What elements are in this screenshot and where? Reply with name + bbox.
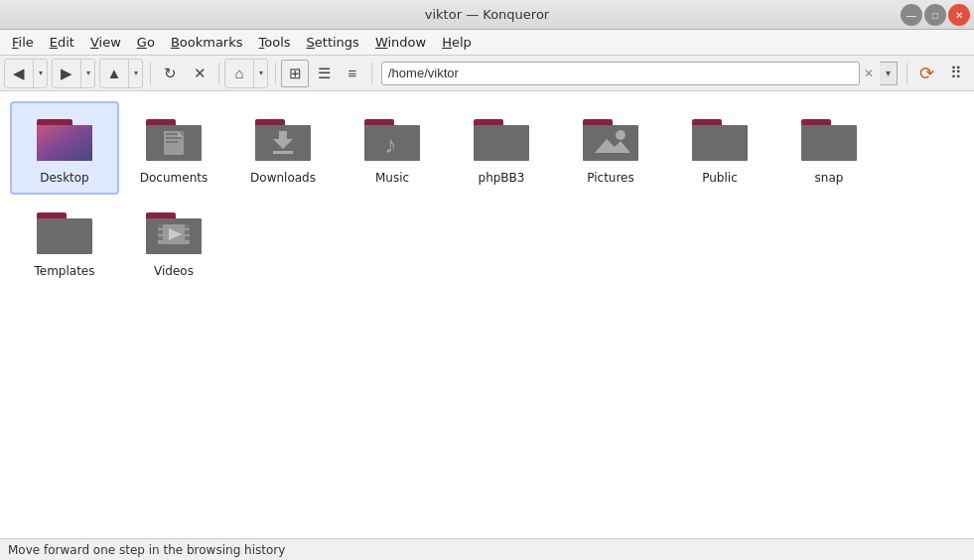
file-label-documents: Documents bbox=[140, 171, 208, 185]
statusbar: Move forward one step in the browsing hi… bbox=[0, 538, 974, 560]
status-text: Move forward one step in the browsing hi… bbox=[8, 543, 285, 557]
file-item-phpbb3[interactable]: phpBB3 bbox=[447, 101, 556, 195]
menu-tools[interactable]: Tools bbox=[251, 32, 299, 53]
svg-rect-7 bbox=[166, 137, 182, 139]
separator-2 bbox=[218, 63, 219, 84]
window-controls: — □ ✕ bbox=[901, 4, 970, 26]
separator-4 bbox=[371, 63, 372, 84]
view-list-button[interactable]: ☰ bbox=[310, 60, 338, 87]
view-details-button[interactable]: ≡ bbox=[339, 60, 366, 87]
menu-settings[interactable]: Settings bbox=[299, 32, 367, 53]
svg-text:♪: ♪ bbox=[384, 132, 396, 158]
reload-button[interactable]: ↻ bbox=[156, 60, 184, 87]
toolbar: ◀ ▾ ▶ ▾ ▲ ▾ ↻ ✕ ⌂ ▾ ⊞ ☰ ≡ ✕ ▾ ⟳ ⠿ bbox=[0, 56, 974, 91]
separator-3 bbox=[275, 63, 276, 84]
svg-rect-34 bbox=[158, 230, 163, 234]
back-group: ◀ ▾ bbox=[4, 59, 48, 88]
titlebar: viktor — Konqueror — □ ✕ bbox=[0, 0, 974, 30]
view-icons-button[interactable]: ⊞ bbox=[281, 60, 309, 87]
file-label-downloads: Downloads bbox=[250, 171, 316, 185]
file-label-phpbb3: phpBB3 bbox=[479, 171, 525, 185]
view-buttons: ⊞ ☰ ≡ bbox=[281, 60, 366, 87]
menubar: File Edit View Go Bookmarks Tools Settin… bbox=[0, 30, 974, 56]
file-label-public: Public bbox=[702, 171, 738, 185]
back-button[interactable]: ◀ bbox=[5, 60, 33, 87]
folder-icon-videos bbox=[142, 205, 206, 260]
folder-icon-downloads bbox=[251, 111, 315, 167]
bookmarks-toggle-button[interactable]: ⟳ bbox=[912, 60, 940, 87]
maximize-button[interactable]: □ bbox=[924, 4, 946, 26]
home-dropdown[interactable]: ▾ bbox=[253, 60, 267, 87]
svg-rect-35 bbox=[158, 236, 163, 240]
forward-button[interactable]: ▶ bbox=[53, 60, 80, 87]
svg-rect-19 bbox=[474, 125, 529, 161]
folder-icon-desktop bbox=[33, 111, 96, 167]
file-item-music[interactable]: ♪ Music bbox=[338, 101, 447, 195]
stop-button[interactable]: ✕ bbox=[186, 60, 213, 87]
menu-help[interactable]: Help bbox=[434, 32, 480, 53]
folder-icon-templates bbox=[33, 205, 96, 260]
file-grid: Desktop Documents bbox=[10, 101, 964, 289]
svg-rect-33 bbox=[158, 224, 163, 228]
up-group: ▲ ▾ bbox=[99, 59, 143, 88]
separator-1 bbox=[150, 63, 151, 84]
separator-5 bbox=[906, 63, 907, 84]
forward-group: ▶ ▾ bbox=[52, 59, 95, 88]
svg-rect-25 bbox=[692, 125, 748, 161]
svg-rect-37 bbox=[185, 230, 190, 234]
file-label-desktop: Desktop bbox=[40, 171, 89, 185]
svg-rect-2 bbox=[37, 125, 92, 161]
svg-rect-36 bbox=[185, 224, 190, 228]
svg-rect-8 bbox=[166, 141, 178, 143]
file-item-snap[interactable]: snap bbox=[774, 101, 884, 195]
up-dropdown[interactable]: ▾ bbox=[128, 60, 142, 87]
minimize-button[interactable]: — bbox=[901, 4, 922, 26]
forward-dropdown[interactable]: ▾ bbox=[80, 60, 94, 87]
folder-icon-pictures bbox=[579, 111, 642, 167]
folder-icon-snap bbox=[797, 111, 861, 167]
file-label-snap: snap bbox=[815, 171, 844, 185]
address-dropdown-button[interactable]: ▾ bbox=[880, 62, 898, 85]
svg-rect-29 bbox=[37, 218, 92, 254]
menu-edit[interactable]: Edit bbox=[42, 32, 82, 53]
folder-icon-phpbb3 bbox=[470, 111, 533, 167]
grid-options-button[interactable]: ⠿ bbox=[942, 60, 970, 87]
folder-icon-music: ♪ bbox=[360, 111, 424, 167]
svg-rect-14 bbox=[273, 151, 293, 154]
file-browser-content: Desktop Documents bbox=[0, 91, 974, 538]
folder-icon-public bbox=[688, 111, 752, 167]
folder-icon-documents bbox=[142, 111, 206, 167]
home-group: ⌂ ▾ bbox=[224, 59, 268, 88]
file-label-pictures: Pictures bbox=[587, 171, 634, 185]
home-button[interactable]: ⌂ bbox=[225, 60, 253, 87]
menu-window[interactable]: Window bbox=[367, 32, 434, 53]
file-item-templates[interactable]: Templates bbox=[10, 195, 119, 288]
address-clear-button[interactable]: ✕ bbox=[860, 65, 878, 82]
svg-point-23 bbox=[616, 130, 626, 140]
file-item-downloads[interactable]: Downloads bbox=[228, 101, 338, 195]
svg-rect-27 bbox=[801, 125, 857, 161]
address-input[interactable] bbox=[381, 62, 860, 85]
address-bar: ✕ ▾ bbox=[381, 61, 898, 86]
menu-go[interactable]: Go bbox=[129, 32, 163, 53]
file-label-templates: Templates bbox=[34, 264, 94, 278]
menu-view[interactable]: View bbox=[82, 32, 129, 53]
window-title: viktor — Konqueror bbox=[425, 7, 549, 22]
file-item-desktop[interactable]: Desktop bbox=[10, 101, 119, 195]
file-label-music: Music bbox=[375, 171, 409, 185]
file-item-documents[interactable]: Documents bbox=[119, 101, 228, 195]
menu-file[interactable]: File bbox=[4, 32, 42, 53]
file-label-videos: Videos bbox=[154, 264, 194, 278]
back-dropdown[interactable]: ▾ bbox=[33, 60, 47, 87]
menu-bookmarks[interactable]: Bookmarks bbox=[163, 32, 251, 53]
file-item-public[interactable]: Public bbox=[665, 101, 774, 195]
close-button[interactable]: ✕ bbox=[948, 4, 970, 26]
up-button[interactable]: ▲ bbox=[100, 60, 128, 87]
file-item-pictures[interactable]: Pictures bbox=[556, 101, 665, 195]
file-item-videos[interactable]: Videos bbox=[119, 195, 228, 288]
svg-rect-38 bbox=[185, 236, 190, 240]
